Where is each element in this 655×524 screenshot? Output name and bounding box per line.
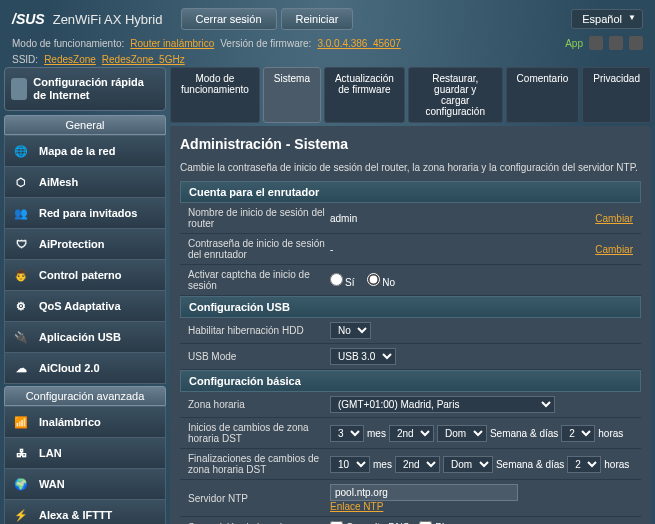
section-account: Cuenta para el enrutador (180, 181, 641, 203)
password-label: Contraseña de inicio de sesión del enrut… (188, 238, 330, 260)
dst-day-select[interactable]: Dom (437, 425, 487, 442)
dst-end-label: Finalizaciones de cambios de zona horari… (188, 453, 330, 475)
nav-label: Red para invitados (39, 207, 137, 219)
nav-label: WAN (39, 478, 65, 490)
sidebar-item[interactable]: 🌐Mapa de la red (4, 135, 166, 167)
nav-icon: 🛡 (11, 234, 31, 254)
quick-setup-label: Configuración rápida de Internet (33, 76, 159, 102)
dst-week-select[interactable]: 2nd (389, 425, 434, 442)
sidebar-item[interactable]: 🖧LAN (4, 438, 166, 469)
nav-label: Control paterno (39, 269, 122, 281)
category-advanced: Configuración avanzada (4, 386, 166, 406)
login-name-label: Nombre de inicio de sesión del router (188, 207, 330, 229)
change-password-link[interactable]: Cambiar (595, 244, 633, 255)
mode-label: Modo de funcionamiento: (12, 38, 124, 49)
captcha-no-radio[interactable] (367, 273, 380, 286)
nav-icon: 👥 (11, 203, 31, 223)
dst-month-select[interactable]: 3 (330, 425, 364, 442)
dst-hour-select[interactable]: 2 (561, 425, 595, 442)
tab[interactable]: Comentario (506, 67, 580, 123)
dst-start-label: Inicios de cambios de zona horaria DST (188, 422, 330, 444)
section-basic: Configuración básica (180, 370, 641, 392)
sidebar-item[interactable]: 📶Inalámbrico (4, 406, 166, 438)
nav-label: Inalámbrico (39, 416, 101, 428)
sidebar-item[interactable]: 🌍WAN (4, 469, 166, 500)
nav-icon: 📶 (11, 412, 31, 432)
sidebar-item[interactable]: ⚙QoS Adaptativa (4, 291, 166, 322)
reboot-button[interactable]: Reiniciar (281, 8, 354, 30)
brand-logo: /SUS (12, 11, 45, 27)
usb-mode-select[interactable]: USB 3.0 (330, 348, 396, 365)
nav-label: Aplicación USB (39, 331, 121, 343)
app-icon[interactable] (589, 36, 603, 50)
page-description: Cambie la contraseña de inicio de sesión… (180, 162, 641, 173)
nav-label: QoS Adaptativa (39, 300, 121, 312)
sidebar-item[interactable]: 🛡AiProtection (4, 229, 166, 260)
page-title: Administración - Sistema (180, 136, 641, 152)
nav-label: AiMesh (39, 176, 78, 188)
dst-hour-select[interactable]: 2 (567, 456, 601, 473)
dst-week-select[interactable]: 2nd (395, 456, 440, 473)
tab[interactable]: Modo de funcionamiento (170, 67, 260, 123)
nav-label: AiProtection (39, 238, 104, 250)
dst-day-select[interactable]: Dom (443, 456, 493, 473)
sidebar-item[interactable]: 👨Control paterno (4, 260, 166, 291)
dst-month-select[interactable]: 10 (330, 456, 370, 473)
sidebar-item[interactable]: 🔌Aplicación USB (4, 322, 166, 353)
ntp-server-label: Servidor NTP (188, 493, 330, 504)
captcha-yes-radio[interactable] (330, 273, 343, 286)
hdd-hibernate-label: Habilitar hibernación HDD (188, 325, 330, 336)
sidebar-item[interactable]: ☁AiCloud 2.0 (4, 353, 166, 384)
nav-icon: ⬡ (11, 172, 31, 192)
nav-label: LAN (39, 447, 62, 459)
sidebar-item[interactable]: 👥Red para invitados (4, 198, 166, 229)
tab[interactable]: Privacidad (582, 67, 651, 123)
nav-icon: 🌐 (11, 141, 31, 161)
nav-label: Mapa de la red (39, 145, 115, 157)
fw-link[interactable]: 3.0.0.4.386_45607 (317, 38, 400, 49)
app-icon[interactable] (609, 36, 623, 50)
nav-icon: 🔌 (11, 327, 31, 347)
usb-mode-label: USB Mode (188, 351, 330, 362)
nav-icon: 🌍 (11, 474, 31, 494)
tab[interactable]: Restaurar, guardar y cargar configuració… (408, 67, 503, 123)
logout-button[interactable]: Cerrar sesión (181, 8, 277, 30)
nav-icon: ☁ (11, 358, 31, 378)
nav-icon: ⚙ (11, 296, 31, 316)
nav-icon: 🖧 (11, 443, 31, 463)
nav-label: Alexa & IFTTT (39, 509, 112, 521)
login-name-value: admin (330, 213, 357, 224)
ssid-link[interactable]: RedesZone (44, 54, 96, 65)
mode-link[interactable]: Router inalámbrico (130, 38, 214, 49)
category-general: General (4, 115, 166, 135)
model-name: ZenWiFi AX Hybrid (53, 12, 163, 27)
ntp-link[interactable]: Enlace NTP (330, 501, 383, 512)
sidebar-item[interactable]: ⬡AiMesh (4, 167, 166, 198)
nav-icon: 👨 (11, 265, 31, 285)
quick-setup[interactable]: Configuración rápida de Internet (4, 67, 166, 111)
app-label: App (565, 38, 583, 49)
section-usb: Configuración USB (180, 296, 641, 318)
fw-label: Versión de firmware: (220, 38, 311, 49)
nav-label: AiCloud 2.0 (39, 362, 100, 374)
ntp-server-input[interactable] (330, 484, 518, 501)
change-login-link[interactable]: Cambiar (595, 213, 633, 224)
tab[interactable]: Sistema (263, 67, 321, 123)
ssid-label: SSID: (12, 54, 38, 65)
ssid-link[interactable]: RedesZone_5GHz (102, 54, 185, 65)
gear-icon (11, 78, 27, 100)
nav-icon: ⚡ (11, 505, 31, 524)
language-select[interactable]: Español (571, 9, 643, 29)
tab[interactable]: Actualización de firmware (324, 67, 405, 123)
app-icon[interactable] (629, 36, 643, 50)
timezone-select[interactable]: (GMT+01:00) Madrid, Paris (330, 396, 555, 413)
hdd-hibernate-select[interactable]: No (330, 322, 371, 339)
sidebar-item[interactable]: ⚡Alexa & IFTTT (4, 500, 166, 524)
captcha-label: Activar captcha de inicio de sesión (188, 269, 330, 291)
password-value: - (330, 244, 333, 255)
timezone-label: Zona horaria (188, 399, 330, 410)
